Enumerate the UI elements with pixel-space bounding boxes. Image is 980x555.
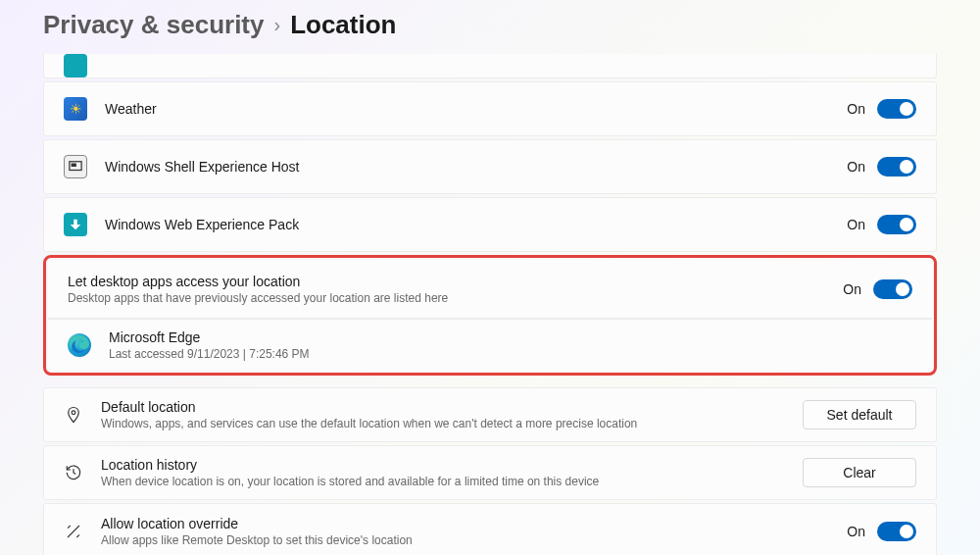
toggle-switch[interactable]	[877, 157, 916, 177]
setting-subtitle: Desktop apps that have previously access…	[68, 291, 843, 305]
app-row-weather: ☀ Weather On	[43, 81, 937, 136]
breadcrumb-parent[interactable]: Privacy & security	[43, 10, 264, 40]
svg-point-3	[72, 411, 75, 415]
app-name: Weather	[105, 101, 847, 117]
setting-subtitle: Windows, apps, and services can use the …	[101, 417, 803, 430]
toggle-switch[interactable]	[877, 522, 916, 541]
app-row-shell-host: Windows Shell Experience Host On	[43, 139, 937, 194]
setting-title: Allow location override	[101, 516, 847, 531]
toggle-switch[interactable]	[877, 99, 916, 119]
setting-subtitle: Allow apps like Remote Desktop to set th…	[101, 533, 847, 547]
weather-icon: ☀	[64, 97, 87, 121]
breadcrumb: Privacy & security › Location	[0, 0, 980, 54]
toggle-state: On	[843, 281, 861, 297]
app-last-accessed: Last accessed 9/11/2023 | 7:25:46 PM	[109, 347, 912, 361]
history-icon	[64, 463, 83, 482]
web-pack-icon	[64, 213, 87, 236]
location-history-row: Location history When device location is…	[43, 445, 937, 500]
setting-subtitle: When device location is on, your locatio…	[101, 475, 803, 488]
map-pin-icon	[64, 405, 83, 425]
toggle-state: On	[847, 217, 865, 232]
chevron-right-icon: ›	[273, 14, 280, 36]
toggle-state: On	[847, 101, 865, 117]
toggle-state: On	[847, 159, 865, 175]
location-override-row: Allow location override Allow apps like …	[43, 503, 937, 555]
list-item	[43, 54, 937, 78]
override-icon	[64, 522, 83, 541]
toggle-switch[interactable]	[877, 215, 916, 234]
setting-title: Default location	[101, 399, 803, 415]
desktop-app-edge: Microsoft Edge Last accessed 9/11/2023 |…	[48, 319, 932, 371]
toggle-state: On	[847, 524, 865, 539]
setting-title: Let desktop apps access your location	[68, 274, 843, 289]
shell-icon	[64, 155, 87, 178]
app-name: Windows Shell Experience Host	[105, 159, 847, 175]
toggle-switch[interactable]	[873, 279, 912, 299]
default-location-row: Default location Windows, apps, and serv…	[43, 387, 937, 442]
highlight-desktop-apps: Let desktop apps access your location De…	[43, 255, 937, 376]
app-name: Microsoft Edge	[109, 329, 912, 345]
clear-button[interactable]: Clear	[803, 458, 916, 487]
svg-rect-1	[72, 164, 76, 168]
setting-title: Location history	[101, 457, 803, 473]
breadcrumb-current: Location	[290, 10, 396, 40]
desktop-apps-header[interactable]: Let desktop apps access your location De…	[48, 260, 932, 319]
app-row-web-pack: Windows Web Experience Pack On	[43, 197, 937, 252]
edge-icon	[68, 333, 91, 357]
app-name: Windows Web Experience Pack	[105, 217, 847, 232]
set-default-button[interactable]: Set default	[803, 400, 916, 429]
app-icon	[64, 54, 87, 77]
